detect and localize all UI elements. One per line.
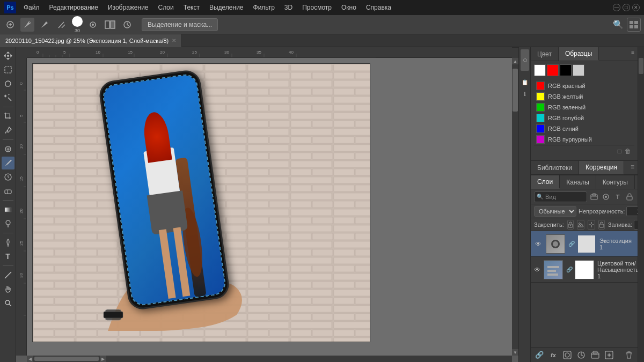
swatch-entry-blue[interactable]: RGB синий [534, 123, 634, 134]
magic-wand-tool[interactable] [2, 91, 14, 104]
menu-window[interactable]: Окно [337, 2, 361, 13]
swatch-black[interactable] [560, 64, 572, 76]
svg-text:30: 30 [19, 273, 24, 278]
fill-input[interactable] [634, 220, 638, 230]
swatch-red-pure[interactable] [547, 64, 559, 76]
brush-shape-btn[interactable] [38, 18, 52, 32]
link-layers-btn[interactable]: 🔗 [534, 350, 545, 360]
adjustment-layer-btn[interactable] [576, 350, 587, 360]
right-panel-scrollbar[interactable] [638, 47, 644, 362]
layer-visibility-toggle-exposure[interactable]: 👁 [534, 240, 543, 248]
brush-tool[interactable] [2, 157, 14, 169]
layer-lock-icon[interactable] [625, 192, 634, 202]
svg-point-72 [605, 196, 607, 198]
history-panel-toggle[interactable]: 📋 [520, 77, 530, 87]
new-layer-btn[interactable] [604, 350, 614, 360]
svg-text:0: 0 [19, 82, 24, 85]
panel-menu-button[interactable]: ≡ [628, 47, 638, 61]
new-swatch-icon[interactable]: □ [618, 147, 621, 155]
gradient-tool[interactable] [2, 203, 14, 216]
eraser-tool[interactable] [2, 184, 14, 197]
minimize-button[interactable]: — [613, 4, 620, 11]
tab-swatches[interactable]: Образцы [559, 47, 599, 61]
layers-filter-input[interactable]: 🔍 Вид [534, 191, 587, 202]
layer-new-group-icon[interactable] [589, 192, 599, 202]
brush-angle-btn[interactable] [55, 18, 69, 32]
crop-tool[interactable] [2, 110, 14, 123]
delete-layer-btn[interactable] [624, 350, 634, 360]
menu-view[interactable]: Просмотр [298, 2, 336, 13]
swatch-entry-magenta[interactable]: RGB пурпурный [534, 134, 634, 145]
healing-brush-tool[interactable] [2, 143, 14, 156]
layer-mask-icon[interactable] [601, 192, 611, 202]
menu-edit[interactable]: Редактирование [45, 2, 103, 13]
menu-image[interactable]: Изображение [104, 2, 153, 13]
swatch-entry-cyan[interactable]: RGB голубой [534, 113, 634, 123]
layer-link-icon-exposure[interactable]: 🔗 [568, 241, 574, 247]
vertical-scrollbar[interactable]: ▲ ▼ [512, 58, 518, 356]
new-group-btn[interactable] [590, 350, 601, 360]
canvas-viewport[interactable] [27, 58, 512, 356]
brush-tool-btn[interactable] [20, 18, 34, 32]
swatch-white[interactable] [534, 64, 546, 76]
info-panel-toggle[interactable]: ℹ [520, 89, 530, 99]
menu-3d[interactable]: 3D [280, 2, 297, 13]
brush-size-display: 30 [72, 16, 83, 33]
brush-mode-btn[interactable] [103, 18, 117, 32]
opacity-input[interactable] [626, 206, 638, 216]
tab-channels[interactable]: Каналы [560, 175, 596, 189]
swatch-entry-yellow[interactable]: RGB желтый [534, 91, 634, 102]
tab-correction[interactable]: Коррекция [579, 161, 624, 174]
lasso-tool[interactable] [2, 77, 14, 90]
active-document-tab[interactable]: 20200110_150422.jpg @ 25% (Экспозиция 1,… [0, 34, 182, 47]
tab-layers[interactable]: Слои [531, 175, 560, 189]
pen-tool[interactable] [2, 236, 14, 249]
menu-help[interactable]: Справка [362, 2, 396, 13]
zoom-tool[interactable] [2, 297, 14, 309]
hand-tool[interactable] [2, 283, 14, 295]
layer-item-hue-sat[interactable]: 👁 🔗 Цветовой тон/Насыщенность 1 [531, 257, 638, 283]
layer-visibility-toggle-hue-sat[interactable]: 👁 [534, 265, 540, 274]
layer-link-icon-hue-sat[interactable]: 🔗 [566, 267, 572, 272]
brush-extra-btn[interactable] [120, 18, 134, 32]
tab-paths[interactable]: Контуры [596, 175, 635, 189]
color-panel-toggle[interactable]: ⬡ [521, 49, 529, 71]
swatch-light-gray[interactable] [573, 64, 584, 76]
select-and-mask-button[interactable]: Выделение и маска... [142, 18, 218, 31]
path-select-tool[interactable] [2, 269, 14, 282]
lock-position-btn[interactable] [588, 220, 595, 230]
tab-close-button[interactable]: ✕ [172, 38, 176, 43]
brush-settings-btn[interactable] [86, 18, 100, 32]
tab-libraries[interactable]: Библиотеки [531, 161, 579, 174]
rectangle-select-tool[interactable] [2, 63, 14, 76]
layer-type-icon[interactable]: T [613, 192, 623, 202]
maximize-button[interactable]: □ [623, 4, 630, 11]
tab-color[interactable]: Цвет [531, 47, 559, 61]
layer-item-exposure[interactable]: 👁 🔗 Экспозиция 1 [531, 231, 638, 257]
lock-transparent-btn[interactable] [567, 220, 574, 230]
tool-preset-picker[interactable] [3, 18, 17, 32]
lock-artboard-btn[interactable] [598, 220, 605, 230]
correction-panel-menu[interactable]: ≡ [627, 161, 638, 174]
eyedropper-tool[interactable] [2, 124, 14, 137]
lock-image-btn[interactable] [577, 220, 584, 230]
menu-layers[interactable]: Слои [154, 2, 178, 13]
move-tool[interactable] [2, 49, 14, 62]
horizontal-scrollbar[interactable]: ◀ ▶ [27, 356, 512, 362]
search-icon[interactable]: 🔍 [613, 19, 624, 29]
delete-swatch-icon[interactable]: 🗑 [625, 147, 631, 155]
dodge-tool[interactable] [2, 217, 14, 230]
type-tool[interactable]: T [2, 250, 14, 263]
menu-file[interactable]: Файл [19, 2, 44, 13]
close-button[interactable]: ✕ [632, 4, 640, 11]
view-toggle-button[interactable] [627, 18, 641, 32]
clone-stamp-tool[interactable] [2, 171, 14, 183]
menu-select[interactable]: Выделение [205, 2, 248, 13]
fx-btn[interactable]: fx [548, 350, 559, 360]
add-mask-btn[interactable] [562, 350, 573, 360]
menu-filter[interactable]: Фильтр [249, 2, 279, 13]
blend-mode-select[interactable]: Обычные [534, 206, 576, 217]
swatch-entry-red[interactable]: RGB красный [534, 80, 634, 91]
menu-text[interactable]: Текст [179, 2, 204, 13]
swatch-entry-green[interactable]: RGB зеленый [534, 102, 634, 113]
